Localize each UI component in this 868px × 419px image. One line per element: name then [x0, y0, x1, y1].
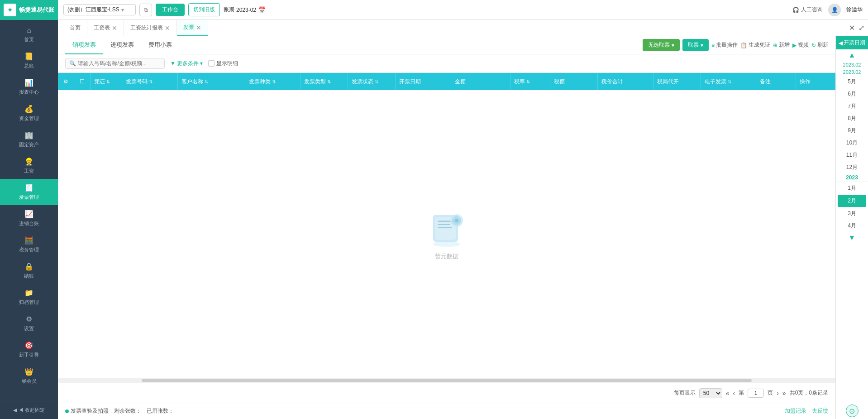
th-check[interactable]: ☐ [74, 73, 91, 90]
date-label: 开票日期 [399, 78, 421, 86]
th-setting[interactable]: ⚙ [58, 73, 74, 90]
copy-icon[interactable]: ⧉ [139, 4, 152, 16]
closing-icon: 🔒 [24, 262, 33, 271]
new-button[interactable]: ⊕ 新增 [773, 41, 790, 49]
sidebar-item-ledger[interactable]: 📒 总账 [0, 48, 58, 74]
sub-tab-sales[interactable]: 销项发票 [65, 36, 103, 54]
period-header[interactable]: ◀ 开票日期 [836, 36, 868, 49]
period-month-mar[interactable]: 3月 [836, 207, 868, 220]
sidebar-item-closing[interactable]: 🔒 结账 [0, 258, 58, 284]
tabs-close-btn[interactable]: ✕ [849, 24, 855, 32]
sidebar-item-label: 结账 [24, 273, 34, 279]
per-page-select[interactable]: 50 20 100 [699, 388, 722, 398]
show-detail-checkbox[interactable] [208, 60, 215, 67]
inv-type-sort-icon[interactable]: ⇅ [272, 79, 276, 84]
tabs-expand-btn[interactable]: ⤢ [858, 24, 864, 32]
tab-salary-stats-close[interactable]: ✕ [165, 25, 170, 31]
th-remark: 备注 [756, 73, 796, 90]
status-sort-icon[interactable]: ⇅ [375, 79, 378, 84]
last-page-btn[interactable]: » [782, 390, 786, 397]
period-bottom: ⊙ [836, 403, 868, 419]
company-selector[interactable]: (勿删）江西服宝-LSS ▾ [63, 4, 136, 15]
sidebar-item-salary[interactable]: 👷 工资 [0, 153, 58, 179]
sidebar-item-assets[interactable]: 🏢 固定资产 [0, 126, 58, 153]
total-label: 税价合计 [601, 78, 623, 86]
rate-sort-icon[interactable]: ⇅ [526, 79, 530, 84]
sidebar-item-funds[interactable]: 💰 资金管理 [0, 100, 58, 126]
customer-sort-icon[interactable]: ⇅ [205, 79, 208, 84]
period-nav-down[interactable]: ▼ [836, 232, 868, 244]
sidebar-item-tax[interactable]: 🧮 税务管理 [0, 231, 58, 258]
join-link[interactable]: 加盟记录 [785, 407, 806, 415]
th-inv-category: 发票类型 ⇅ [300, 73, 348, 90]
tab-salary[interactable]: 工资表 ✕ [87, 20, 124, 36]
period-month-6[interactable]: 6月 [836, 88, 868, 100]
tab-salary-stats[interactable]: 工资统计报表 ✕ [124, 20, 177, 36]
no-invoice-button[interactable]: 无选取票 ▾ [643, 39, 680, 51]
period-month-7[interactable]: 7月 [836, 100, 868, 112]
refresh-icon: ↻ [811, 42, 816, 48]
batch-op-button[interactable]: ≡ 批量操作 [711, 41, 738, 49]
filter-icon: ▼ [170, 60, 176, 67]
sub-tab-expense[interactable]: 费用小票 [141, 36, 179, 54]
refresh-button[interactable]: ↻ 刷新 [811, 41, 828, 49]
switch-version-button[interactable]: 切到旧版 [188, 3, 220, 16]
sidebar-item-settings[interactable]: ⚙ 设置 [0, 310, 58, 337]
period-settings-btn[interactable]: ⊙ [846, 405, 858, 417]
period-month-jan[interactable]: 1月 [836, 182, 868, 194]
period-month-8[interactable]: 8月 [836, 112, 868, 125]
settings-icon: ⚙ [26, 315, 32, 323]
next-page-btn[interactable]: › [777, 390, 779, 397]
service-button[interactable]: 🎧 人工咨询 [792, 6, 823, 14]
sidebar-item-invoice[interactable]: 🧾 发票管理 [0, 179, 58, 205]
feedback-link[interactable]: 去反馈 [812, 407, 828, 415]
sidebar-item-sales[interactable]: 📈 进销台账 [0, 205, 58, 231]
einvoice-sort-icon[interactable]: ⇅ [728, 79, 731, 84]
generate-cert-button[interactable]: 📋 生成凭证 [740, 41, 770, 49]
tab-salary-close[interactable]: ✕ [112, 25, 117, 31]
take-invoice-button[interactable]: 取票 ▾ [682, 39, 709, 51]
period-month-10[interactable]: 10月 [836, 137, 868, 149]
inv-category-label: 发票类型 [304, 78, 326, 86]
cert-sort-icon[interactable]: ⇅ [106, 79, 110, 84]
sidebar-item-home[interactable]: ⌂ 首页 [0, 22, 58, 48]
tab-invoice-close[interactable]: ✕ [196, 24, 201, 31]
footer-links: 加盟记录 去反馈 [785, 407, 828, 415]
invoice-no-sort-icon[interactable]: ⇅ [149, 79, 153, 84]
more-conditions-button[interactable]: ▼ 更多条件 ▾ [170, 60, 203, 67]
period-month-11[interactable]: 11月 [836, 149, 868, 161]
sidebar-item-member[interactable]: 👑 畅会员 [0, 363, 58, 389]
sidebar-item-reports[interactable]: 📊 报表中心 [0, 74, 58, 100]
workbench-button[interactable]: 工作台 [156, 4, 185, 16]
period-month-feb[interactable]: 2月 [838, 195, 866, 207]
calendar-icon[interactable]: 📅 [258, 6, 266, 14]
assets-icon: 🏢 [24, 131, 33, 140]
sidebar-collapse-btn[interactable]: ◀ ◀ 收起固定 [11, 405, 47, 415]
sidebar-item-label: 新手引导 [19, 352, 39, 358]
video-button[interactable]: ▶ 视频 [792, 41, 809, 49]
sub-tab-sales-label: 销项发票 [72, 41, 96, 49]
tab-invoice[interactable]: 发票 ✕ [177, 20, 208, 36]
period-month-9[interactable]: 9月 [836, 125, 868, 137]
page-input[interactable] [748, 389, 764, 398]
svg-rect-5 [438, 227, 452, 228]
period-month-apr[interactable]: 4月 [836, 220, 868, 232]
scroll-horizontal[interactable] [58, 378, 835, 383]
first-page-btn[interactable]: « [726, 390, 730, 397]
period-month-5[interactable]: 5月 [836, 76, 868, 88]
period-nav-up[interactable]: ▲ [836, 49, 868, 61]
th-customer: 客户名称 ⇅ [178, 73, 245, 90]
tax-label: 税额 [554, 78, 565, 86]
select-all-checkbox[interactable]: ☐ [80, 78, 85, 85]
sub-tab-purchase[interactable]: 进项发票 [103, 36, 141, 54]
empty-text: 暂元数据 [435, 252, 458, 260]
sidebar-item-guide[interactable]: 🎯 新手引导 [0, 337, 58, 363]
username[interactable]: 徐溢华 [846, 6, 863, 14]
tab-home[interactable]: 首页 [63, 20, 87, 36]
sidebar-item-archive[interactable]: 📁 归档管理 [0, 284, 58, 310]
show-detail-toggle[interactable]: 显示明细 [208, 60, 238, 67]
inv-category-sort-icon[interactable]: ⇅ [327, 79, 331, 84]
period-month-12[interactable]: 12月 [836, 161, 868, 173]
prev-page-btn[interactable]: ‹ [733, 390, 735, 397]
search-input[interactable] [78, 60, 159, 67]
